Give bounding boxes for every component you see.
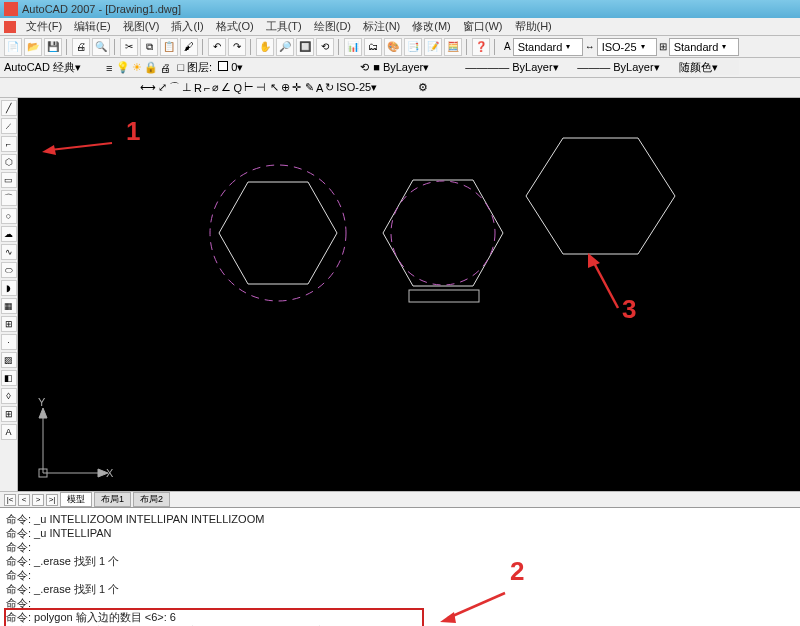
- sheet-icon[interactable]: 📑: [404, 38, 422, 56]
- dim-aligned-icon[interactable]: ⤢: [158, 81, 167, 94]
- revcloud-icon[interactable]: ☁: [1, 226, 17, 242]
- menu-help[interactable]: 帮助(H): [509, 19, 558, 34]
- point-icon[interactable]: ·: [1, 334, 17, 350]
- zoom-win-icon[interactable]: 🔲: [296, 38, 314, 56]
- ellipse-icon[interactable]: ⬭: [1, 262, 17, 278]
- cut-icon[interactable]: ✂: [120, 38, 138, 56]
- paste-icon[interactable]: 📋: [160, 38, 178, 56]
- region-icon[interactable]: ◊: [1, 388, 17, 404]
- dim-rad-icon[interactable]: R: [194, 82, 202, 94]
- lock-icon[interactable]: 🔒: [144, 61, 158, 74]
- menu-draw[interactable]: 绘图(D): [308, 19, 357, 34]
- tab-nav-prev[interactable]: <: [18, 494, 30, 506]
- menu-window[interactable]: 窗口(W): [457, 19, 509, 34]
- sun-icon[interactable]: ☀: [132, 61, 142, 74]
- tab-nav-last[interactable]: >|: [46, 494, 58, 506]
- tab-layout1[interactable]: 布局1: [94, 492, 131, 507]
- linetype-combo[interactable]: ———— ByLayer▾: [465, 61, 575, 74]
- redo-icon[interactable]: ↷: [228, 38, 246, 56]
- props-icon[interactable]: 📊: [344, 38, 362, 56]
- markup-icon[interactable]: 📝: [424, 38, 442, 56]
- preview-icon[interactable]: 🔍: [92, 38, 110, 56]
- table-style-combo[interactable]: Standard▾: [669, 38, 739, 56]
- dim-cont-icon[interactable]: ⊣: [256, 81, 266, 94]
- tab-model[interactable]: 模型: [60, 492, 92, 507]
- menu-dim[interactable]: 标注(N): [357, 19, 406, 34]
- dim-tedit-icon[interactable]: A: [316, 82, 323, 94]
- dcenter-icon[interactable]: 🗂: [364, 38, 382, 56]
- plot-toggle-icon[interactable]: 🖨: [160, 62, 171, 74]
- make-block-icon[interactable]: ⊞: [1, 316, 17, 332]
- menu-format[interactable]: 格式(O): [210, 19, 260, 34]
- toolbar-standard: 📄 📂 💾 🖨 🔍 ✂ ⧉ 📋 🖌 ↶ ↷ ✋ 🔎 🔲 ⟲ 📊 🗂 🎨 📑 📝 …: [0, 36, 800, 58]
- dim-jog-icon[interactable]: ⌐: [204, 82, 210, 94]
- dim-base-icon[interactable]: ⊢: [244, 81, 254, 94]
- open-icon[interactable]: 📂: [24, 38, 42, 56]
- calc-icon[interactable]: 🧮: [444, 38, 462, 56]
- xline-icon[interactable]: ⟋: [1, 118, 17, 134]
- hatch-icon[interactable]: ▨: [1, 352, 17, 368]
- match-icon[interactable]: 🖌: [180, 38, 198, 56]
- dim-style-combo[interactable]: ISO-25▾: [597, 38, 657, 56]
- mtext-icon[interactable]: A: [1, 424, 17, 440]
- drawing-area[interactable]: X Y 1 3: [18, 98, 800, 491]
- workspace-combo[interactable]: AutoCAD 经典▾: [4, 60, 104, 75]
- table-icon[interactable]: ⊞: [1, 406, 17, 422]
- color-combo[interactable]: ■ ByLayer▾: [373, 61, 463, 74]
- dim-linear-icon[interactable]: ⟷: [140, 81, 156, 94]
- gradient-icon[interactable]: ◧: [1, 370, 17, 386]
- zoom-icon[interactable]: 🔎: [276, 38, 294, 56]
- ellipse-arc-icon[interactable]: ◗: [1, 280, 17, 296]
- tab-layout2[interactable]: 布局2: [133, 492, 170, 507]
- bulb-icon[interactable]: 💡: [116, 61, 130, 74]
- command-window[interactable]: 命令: _u INTELLIZOOM INTELLIPAN INTELLIZOO…: [0, 507, 800, 626]
- polygon-icon[interactable]: ⬡: [1, 154, 17, 170]
- spline-icon[interactable]: ∿: [1, 244, 17, 260]
- print-icon[interactable]: 🖨: [72, 38, 90, 56]
- layer-mgr-icon[interactable]: ≡: [106, 62, 112, 74]
- tab-nav-first[interactable]: |<: [4, 494, 16, 506]
- ucs-icon: [39, 408, 108, 477]
- new-icon[interactable]: 📄: [4, 38, 22, 56]
- layer-prev-icon[interactable]: ⟲: [360, 61, 369, 74]
- block-icon[interactable]: ▦: [1, 298, 17, 314]
- dim-upd-icon[interactable]: ↻: [325, 81, 334, 94]
- dim-style-combo2[interactable]: ISO-25▾: [336, 81, 416, 94]
- dim-cen-icon[interactable]: ✛: [292, 81, 301, 94]
- save-icon[interactable]: 💾: [44, 38, 62, 56]
- dim-edit-icon[interactable]: ✎: [305, 81, 314, 94]
- dim-arc-icon[interactable]: ⌒: [169, 80, 180, 95]
- lineweight-combo[interactable]: ——— ByLayer▾: [577, 61, 677, 74]
- help-icon[interactable]: ❓: [472, 38, 490, 56]
- dim-quick-icon[interactable]: Q: [233, 82, 242, 94]
- pline-icon[interactable]: ⌐: [1, 136, 17, 152]
- rect-icon[interactable]: ▭: [1, 172, 17, 188]
- chevron-down-icon: ▾: [712, 61, 718, 73]
- dim-leader-icon[interactable]: ↖: [270, 81, 279, 94]
- menu-insert[interactable]: 插入(I): [165, 19, 209, 34]
- dim-ang-icon[interactable]: ∠: [221, 81, 231, 94]
- tool-pal-icon[interactable]: 🎨: [384, 38, 402, 56]
- menu-tools[interactable]: 工具(T): [260, 19, 308, 34]
- tab-nav-next[interactable]: >: [32, 494, 44, 506]
- menu-edit[interactable]: 编辑(E): [68, 19, 117, 34]
- hexagon-2: [383, 180, 503, 302]
- undo-icon[interactable]: ↶: [208, 38, 226, 56]
- pan-icon[interactable]: ✋: [256, 38, 274, 56]
- zoom-prev-icon[interactable]: ⟲: [316, 38, 334, 56]
- layer-combo[interactable]: 0▾: [218, 61, 358, 74]
- text-style-combo[interactable]: Standard▾: [513, 38, 583, 56]
- plotstyle-combo[interactable]: 随颜色▾: [679, 60, 739, 75]
- dim-dia-icon[interactable]: ⌀: [212, 81, 219, 94]
- circle-icon[interactable]: ○: [1, 208, 17, 224]
- dim-style-mgr-icon[interactable]: ⚙: [418, 81, 428, 94]
- dim-tol-icon[interactable]: ⊕: [281, 81, 290, 94]
- dim-ord-icon[interactable]: ⊥: [182, 81, 192, 94]
- menu-modify[interactable]: 修改(M): [406, 19, 457, 34]
- copy-icon[interactable]: ⧉: [140, 38, 158, 56]
- menu-file[interactable]: 文件(F): [20, 19, 68, 34]
- menu-view[interactable]: 视图(V): [117, 19, 166, 34]
- arc-icon[interactable]: ⌒: [1, 190, 17, 206]
- menu-bar: 文件(F) 编辑(E) 视图(V) 插入(I) 格式(O) 工具(T) 绘图(D…: [0, 18, 800, 36]
- line-icon[interactable]: ╱: [1, 100, 17, 116]
